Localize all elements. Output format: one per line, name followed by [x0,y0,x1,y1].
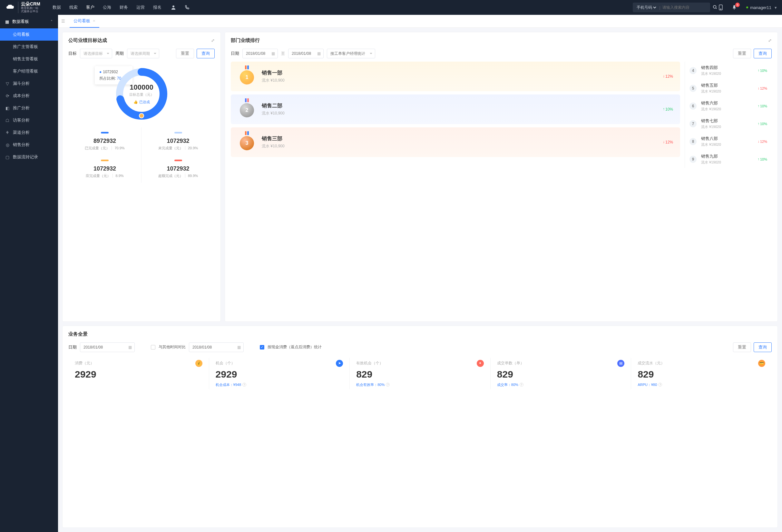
delta: ↑10% [757,104,767,108]
period-select[interactable]: 请选择周期 [127,49,159,58]
query-button[interactable]: 查询 [197,49,215,58]
kpi-value: 829 [638,369,765,380]
dept-flow: 流水 ¥10,900 [262,78,285,83]
podium[interactable]: 3 销售三部 流水 ¥10,900 ↓12% [231,127,680,157]
calendar-icon: ▦ [272,51,275,56]
sidebar-item-funnel[interactable]: ▽漏斗分析 [0,77,58,90]
bell-icon[interactable]: 5 [732,4,737,10]
delta: ↑10% [757,157,767,161]
top-nav: 云朵CRM 教育机构一站式服务云平台 数据 线索 客户 公海 财务 运营 报名 … [0,0,782,15]
date-input-2[interactable]: 2018/01/08▦ [189,343,244,352]
sidebar-item-sales-mgr[interactable]: 销售主管看板 [0,53,58,65]
reset-button[interactable]: 重置 [733,343,751,352]
close-icon[interactable]: × [93,19,96,23]
sidebar-item-sales[interactable]: ◎销售分析 [0,139,58,151]
rank-row[interactable]: 7 销售七部 流水 ¥19020 ↑10% [685,115,772,133]
dept-name: 销售二部 [262,103,285,109]
help-icon[interactable]: ? [520,383,524,387]
brand-sub2: 式服务云平台 [21,10,38,13]
alert-badge: 5 [735,3,740,7]
brand-sub1: 教育机构一站 [21,6,38,10]
podium[interactable]: 1 销售一部 流水 ¥10,900 ↓12% [231,62,680,91]
reset-button[interactable]: 重置 [733,49,751,58]
date-input-1[interactable]: 2018/01/08▦ [80,343,135,352]
kpi-row: 消费（元）💰 2929机会（个）➤ 2929机会成本：¥948 ?有效机会（个）… [68,358,772,389]
search-type-select[interactable]: 手机号码 [635,5,657,10]
nav-leads[interactable]: 线索 [69,4,78,10]
sidebar-item-promotion-mgr[interactable]: 推广主管看板 [0,41,58,53]
sidebar-item-cost[interactable]: ⟳成本分析 [0,90,58,102]
panorama-title: 业务全景 [68,331,772,337]
expand-icon[interactable]: ⤢ [768,38,772,43]
search-icon[interactable] [713,5,717,10]
nav-customers[interactable]: 客户 [86,4,95,10]
query-button[interactable]: 查询 [754,343,772,352]
rank-row[interactable]: 5 销售五部 流水 ¥19020 ↓12% [685,79,772,97]
delta: ↓12% [757,140,767,143]
kpi-header: 有效机会（个）✦ [356,360,484,367]
thumbs-up-icon: 👍 [134,100,138,104]
username: manager11 [750,5,771,10]
cash-checkbox[interactable]: ✓ [260,345,264,350]
rank-row[interactable]: 8 销售八部 流水 ¥19020 ↓12% [685,133,772,150]
delta: ↓12% [663,140,673,144]
help-icon[interactable]: ? [658,383,662,387]
nav-ops[interactable]: 运营 [136,4,145,10]
ranking-title: 部门业绩排行⤢ [231,37,772,43]
dept-name: 销售五部 [701,82,721,88]
nav-data[interactable]: 数据 [52,4,61,10]
sidebar-item-flow[interactable]: ▢数据流转记录 [0,151,58,163]
sidebar-item-promo[interactable]: ◧推广分析 [0,102,58,114]
date-to-input[interactable]: 2018/01/08▦ [288,49,324,58]
reset-button[interactable]: 重置 [176,49,194,58]
user-icon[interactable] [171,4,176,10]
metric-bar [101,132,109,134]
sidebar-group-dashboard[interactable]: ▦ 数据看板 ˄ [0,15,58,28]
query-button[interactable]: 查询 [754,49,772,58]
metric-label: 超额完成（元）89.9% [143,174,213,178]
visitor-icon: ☖ [5,118,10,122]
kpi-header: 成交单数（单）▤ [497,360,625,367]
help-icon[interactable]: ? [386,383,390,387]
date-from-input[interactable]: 2018/01/08▦ [242,49,278,58]
nav-finance[interactable]: 财务 [119,4,128,10]
rank-row[interactable]: 9 销售九部 流水 ¥19020 ↑10% [685,150,772,168]
mobile-icon[interactable] [718,4,724,10]
dept-flow: 流水 ¥19020 [701,107,721,112]
expand-icon[interactable]: ⤢ [211,38,215,43]
dept-name: 销售九部 [701,153,721,159]
metric-bar [174,159,182,161]
phone-icon[interactable] [184,4,190,10]
kpi-header: 机会（个）➤ [216,360,343,367]
podium-info: 销售一部 流水 ¥10,900 [262,70,285,83]
rank-number: 4 [689,67,697,74]
compare-checkbox[interactable] [151,345,155,350]
kpi-icon: ✦ [477,360,484,367]
status-dot [746,6,748,8]
search-box[interactable]: 手机号码 | [633,3,710,12]
target-select[interactable]: 请选择目标 [80,49,112,58]
rank-row[interactable]: 4 销售四部 流水 ¥19020 ↑10% [685,62,772,79]
rank-row[interactable]: 6 销售六部 流水 ¥19020 ↑10% [685,97,772,115]
search-input[interactable] [663,5,711,10]
delta: ↓12% [757,86,767,90]
nav-enroll[interactable]: 报名 [153,4,162,10]
podium[interactable]: 2 销售二部 流水 ¥10,900 ↑10% [231,95,680,124]
sidebar-item-visitor[interactable]: ☖访客分析 [0,114,58,127]
menu-toggle-icon[interactable]: ☰ [61,19,65,24]
kpi-foot: 成交率：80% ? [497,382,625,387]
sidebar-item-label: 推广分析 [13,105,30,111]
groupby-select[interactable]: 按工单客户经理统计 [327,49,375,58]
date-label: 日期 [231,50,239,57]
sidebar-item-company[interactable]: 公司看板 [0,28,58,41]
nav-pool[interactable]: 公海 [103,4,111,10]
podium-info: 销售二部 流水 ¥10,900 [262,103,285,116]
kpi-value: 2929 [216,369,343,380]
help-icon[interactable]: ? [242,383,246,387]
sidebar-item-account-mgr[interactable]: 客户经理看板 [0,65,58,77]
sidebar-item-channel[interactable]: ⚘渠道分析 [0,127,58,139]
date-label: 日期 [68,344,77,350]
tab-company-board[interactable]: 公司看板 × [70,15,99,28]
user-menu[interactable]: manager11 ▾ [746,5,777,10]
sidebar-item-label: 漏斗分析 [13,81,30,86]
